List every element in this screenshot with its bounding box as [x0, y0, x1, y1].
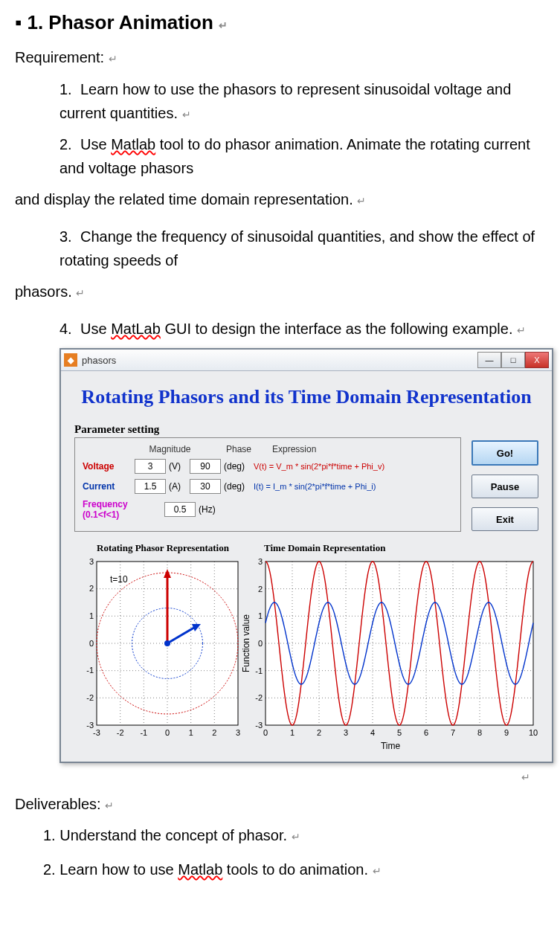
svg-text:t=10: t=10 — [110, 574, 128, 585]
pause-button[interactable]: Pause — [472, 475, 538, 498]
phasor-plot: Rotating Phasor Representation — [74, 542, 242, 751]
svg-text:5: 5 — [397, 728, 402, 737]
svg-text:3: 3 — [258, 557, 263, 566]
svg-text:Time: Time — [381, 741, 401, 751]
freq-label: Frequency (0.1<f<1) — [83, 499, 164, 520]
return-mark: ↵ — [521, 771, 530, 783]
voltage-label: Voltage — [83, 461, 135, 472]
svg-text:1: 1 — [89, 611, 94, 620]
svg-text:-1: -1 — [140, 728, 147, 737]
svg-text:-2: -2 — [255, 693, 263, 702]
svg-text:0: 0 — [263, 728, 268, 737]
param-panel: Magnitude Phase Expression Voltage 3 (V)… — [74, 437, 461, 532]
svg-text:Function value: Function value — [242, 614, 251, 672]
svg-text:2: 2 — [258, 585, 263, 594]
voltage-phase-input[interactable]: 90 — [190, 459, 221, 474]
svg-text:8: 8 — [477, 728, 482, 737]
current-row: Current 1.5 (A) 30 (deg) I(t) = I_m * si… — [83, 479, 453, 494]
svg-text:9: 9 — [504, 728, 509, 737]
svg-text:6: 6 — [424, 728, 428, 737]
svg-text:-2: -2 — [117, 728, 124, 737]
current-mag-input[interactable]: 1.5 — [135, 479, 166, 494]
time-plot: Time Domain Representation 3210-1-2-3 01… — [242, 542, 538, 751]
window-title: phasors — [82, 355, 477, 366]
param-headers: Magnitude Phase Expression — [83, 444, 453, 454]
svg-text:-2: -2 — [86, 693, 94, 702]
svg-text:3: 3 — [236, 728, 240, 737]
svg-text:-1: -1 — [255, 666, 263, 675]
svg-text:3: 3 — [344, 728, 348, 737]
current-label: Current — [83, 481, 135, 492]
svg-text:4: 4 — [370, 728, 375, 737]
matlab-window: ◆ phasors — □ X Rotating Phasors and its… — [59, 348, 553, 763]
maximize-button[interactable]: □ — [501, 352, 525, 368]
current-expr: I(t) = I_m * sin(2*pi*f*time + Phi_i) — [254, 482, 376, 491]
svg-text:2: 2 — [317, 728, 321, 737]
req-item-2-cont: and display the related time domain repr… — [15, 187, 545, 211]
voltage-expr: V(t) = V_m * sin(2*pi*f*time + Phi_v) — [254, 462, 384, 471]
svg-text:1: 1 — [290, 728, 295, 737]
matlab-icon: ◆ — [64, 353, 77, 367]
voltage-row: Voltage 3 (V) 90 (deg) V(t) = V_m * sin(… — [83, 459, 453, 474]
svg-text:0: 0 — [258, 639, 263, 648]
svg-text:1: 1 — [258, 611, 263, 620]
svg-text:2: 2 — [212, 728, 216, 737]
page-heading: ▪ 1. Phasor Animation ↵ — [15, 11, 545, 34]
deliverables-label: Deliverables: ↵ — [15, 796, 545, 813]
svg-text:1: 1 — [189, 728, 193, 737]
requirement-label: Requirement: ↵ — [15, 49, 545, 66]
exit-button[interactable]: Exit — [472, 507, 538, 531]
main-title: Rotating Phasors and its Time Domain Rep… — [74, 386, 538, 408]
svg-text:-3: -3 — [93, 728, 100, 737]
freq-row: Frequency (0.1<f<1) 0.5 (Hz) — [83, 499, 453, 520]
req-item-3-cont: phasors. ↵ — [15, 280, 545, 303]
voltage-mag-input[interactable]: 3 — [135, 459, 166, 474]
deliv-2: 2. Learn how to use Matlab tools to do a… — [43, 858, 545, 881]
current-phase-input[interactable]: 30 — [190, 479, 221, 494]
param-label: Parameter setting — [74, 423, 538, 436]
svg-text:-1: -1 — [86, 666, 94, 675]
minimize-button[interactable]: — — [477, 352, 501, 368]
svg-text:3: 3 — [89, 557, 94, 566]
svg-text:7: 7 — [451, 728, 455, 737]
freq-input[interactable]: 0.5 — [164, 502, 196, 517]
svg-text:2: 2 — [89, 584, 94, 593]
go-button[interactable]: Go! — [472, 440, 538, 466]
titlebar: ◆ phasors — □ X — [61, 350, 552, 371]
req-item-2: 2.Use Matlab tool to do phasor animation… — [59, 132, 545, 180]
req-item-4: 4.Use MatLab GUI to design the interface… — [59, 317, 545, 341]
deliv-1: 1. Understand the concept of phasor. ↵ — [43, 823, 545, 847]
svg-text:0: 0 — [165, 728, 170, 737]
close-button[interactable]: X — [525, 352, 549, 368]
svg-point-17 — [164, 640, 170, 646]
svg-text:0: 0 — [89, 639, 94, 648]
svg-text:10: 10 — [529, 728, 538, 737]
req-item-3: 3.Change the frequency of sinusoidal qua… — [59, 225, 545, 272]
svg-text:-3: -3 — [255, 721, 263, 730]
req-item-1: 1.Learn how to use the phasors to repres… — [59, 77, 545, 125]
